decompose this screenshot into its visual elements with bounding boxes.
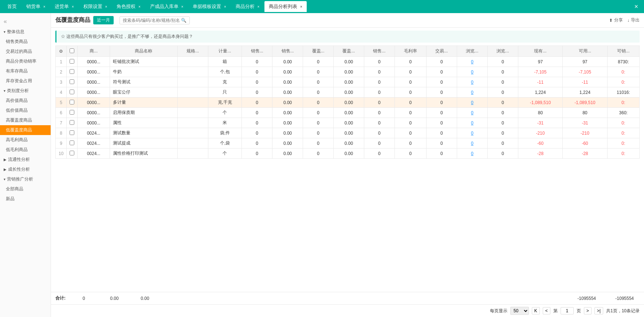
row-unit-4: 克,千克 — [208, 98, 242, 108]
row-browse-a-4[interactable]: 0 — [457, 98, 487, 108]
sidebar-item-high-value[interactable]: 高价值商品 — [0, 96, 51, 106]
row-cover-b-4: 0.00 — [333, 98, 364, 108]
row-checkbox-5[interactable] — [67, 108, 78, 118]
row-browse-a-3[interactable]: 0 — [457, 87, 487, 98]
nav-tab-purchase[interactable]: 进货单 × — [50, 1, 78, 12]
total-records-label: 共1页，10条记录 — [606, 308, 640, 314]
time-filter-button[interactable]: 近一月 — [93, 16, 114, 24]
row-sales-c-1: 0 — [364, 67, 394, 77]
next-page-button[interactable]: > — [584, 307, 592, 314]
table-row: 6 0000... 启用保质期 个 0 0.00 0 0.00 0 0 0 0 … — [56, 108, 640, 118]
row-settings-3[interactable]: 4 — [56, 87, 67, 98]
nav-tab-template[interactable]: 单据模板设置 × — [188, 1, 230, 12]
row-browse-a-5[interactable]: 0 — [457, 108, 487, 118]
sidebar-section-flow[interactable]: ▶ 流通性分析 — [0, 155, 51, 165]
content-area: 低覆盖度商品 近一月 🔍 ⬆ 分享 ↓ 导出 ☆ 这些商品只有很少客户购买过，是… — [51, 13, 644, 317]
row-sales-c-5: 0 — [364, 108, 394, 118]
sidebar-item-sales-goods[interactable]: 销售类商品 — [0, 37, 51, 47]
sidebar-item-low-margin[interactable]: 低毛利商品 — [0, 145, 51, 155]
sidebar-item-capital[interactable]: 库存资金占用 — [0, 76, 51, 86]
row-checkbox-7[interactable] — [67, 128, 78, 138]
nav-close-analysis[interactable]: × — [257, 5, 259, 9]
row-browse-b-3: 0 — [487, 87, 518, 98]
row-settings-4[interactable]: 5 — [56, 98, 67, 108]
row-checkbox-3[interactable] — [67, 87, 78, 98]
sidebar-item-low-coverage[interactable]: 低覆盖度商品 — [0, 125, 51, 135]
row-browse-a-1[interactable]: 0 — [457, 67, 487, 77]
sidebar-item-traded[interactable]: 交易过的商品 — [0, 47, 51, 56]
sidebar-section-overall[interactable]: ▾ 整体信息 — [0, 27, 51, 37]
row-name-7: 测试数量 — [110, 128, 177, 138]
row-sales-amt-4: 0.00 — [272, 98, 303, 108]
nav-tab-roles[interactable]: 角色授权 × — [112, 1, 145, 12]
row-browse-a-7[interactable]: 0 — [457, 128, 487, 138]
search-icon[interactable]: 🔍 — [181, 18, 186, 23]
nav-close-inventory[interactable]: × — [181, 5, 184, 9]
share-button[interactable]: ⬆ 分享 — [609, 17, 623, 23]
per-page-select[interactable]: 50 10 20 100 — [510, 307, 529, 315]
page-number-input[interactable] — [561, 307, 574, 314]
row-settings-5[interactable]: 6 — [56, 108, 67, 118]
row-settings-1[interactable]: 2 — [56, 67, 67, 77]
sidebar-collapse-button[interactable]: « — [4, 18, 7, 25]
sidebar-item-high-coverage[interactable]: 高覆盖度商品 — [0, 115, 51, 125]
row-cover-b-0: 0.00 — [333, 57, 364, 67]
row-settings-2[interactable]: 3 — [56, 77, 67, 87]
row-checkbox-0[interactable] — [67, 57, 78, 67]
nav-tab-home[interactable]: 首页 — [3, 1, 21, 12]
window-close-button[interactable]: × — [631, 3, 641, 11]
row-unit-7: 袋,件 — [208, 128, 242, 138]
export-button[interactable]: ↓ 导出 — [627, 17, 640, 23]
row-gross-rate-5: 0 — [394, 108, 426, 118]
row-browse-a-0[interactable]: 0 — [457, 57, 487, 67]
prev-page-button[interactable]: < — [543, 307, 550, 314]
row-browse-a-8[interactable]: 0 — [457, 138, 487, 148]
row-checkbox-9[interactable] — [67, 148, 78, 159]
nav-tab-analysis-list[interactable]: 商品分析列表 × — [264, 1, 306, 12]
nav-close-sales[interactable]: × — [43, 5, 46, 9]
row-settings-8[interactable]: 9 — [56, 138, 67, 148]
row-checkbox-1[interactable] — [67, 67, 78, 77]
nav-tab-analysis[interactable]: 商品分析 × — [231, 1, 264, 12]
row-checkbox-6[interactable] — [67, 118, 78, 128]
sidebar-section-growth[interactable]: ▶ 成长性分析 — [0, 165, 51, 174]
nav-close-analysis-list[interactable]: × — [300, 5, 302, 9]
row-sales-amt-8: 0.00 — [272, 138, 303, 148]
nav-tab-inventory[interactable]: 产成品入库单 × — [146, 1, 188, 12]
sidebar-item-in-stock[interactable]: 有库存商品 — [0, 66, 51, 76]
sidebar-item-all-goods[interactable]: 全部商品 — [0, 184, 51, 194]
export-icon: ↓ — [627, 18, 629, 23]
section-arrow-marketing: ▾ — [4, 177, 5, 181]
col-checkbox[interactable] — [67, 46, 78, 57]
nav-close-roles[interactable]: × — [138, 5, 141, 9]
sidebar-item-high-margin[interactable]: 高毛利商品 — [0, 135, 51, 145]
sidebar-section-marketing[interactable]: ▾ 营销推广分析 — [0, 174, 51, 184]
col-settings[interactable]: ⚙ — [56, 46, 67, 57]
nav-close-purchase[interactable]: × — [72, 5, 74, 9]
sidebar-section-category[interactable]: ▾ 类别度分析 — [0, 86, 51, 96]
sidebar-item-new-goods[interactable]: 新品 — [0, 194, 51, 204]
row-browse-a-6[interactable]: 0 — [457, 118, 487, 128]
nav-tab-permissions[interactable]: 权限设置 × — [79, 1, 111, 12]
search-box: 🔍 — [119, 16, 190, 24]
row-settings-6[interactable]: 7 — [56, 118, 67, 128]
sidebar-item-category-rate[interactable]: 商品分类动销率 — [0, 56, 51, 66]
last-page-button[interactable]: >| — [594, 307, 603, 314]
nav-close-permissions[interactable]: × — [105, 5, 107, 9]
row-browse-a-2[interactable]: 0 — [457, 77, 487, 87]
nav-tab-sales[interactable]: 销货单 × — [22, 1, 50, 12]
table-row: 5 0000... 多计量 克,千克 0 0.00 0 0.00 0 0 0 0… — [56, 98, 640, 108]
select-all-checkbox[interactable] — [70, 48, 74, 53]
nav-close-template[interactable]: × — [224, 5, 226, 9]
first-page-button[interactable]: K — [532, 307, 540, 314]
row-settings-0[interactable]: 1 — [56, 57, 67, 67]
row-settings-7[interactable]: 8 — [56, 128, 67, 138]
row-available-9: -28 — [563, 148, 607, 159]
sidebar-item-low-value[interactable]: 低价值商品 — [0, 106, 51, 115]
row-browse-a-9[interactable]: 0 — [457, 148, 487, 159]
row-settings-9[interactable]: 10 — [56, 148, 67, 159]
search-input[interactable] — [123, 18, 181, 23]
row-checkbox-8[interactable] — [67, 138, 78, 148]
row-checkbox-4[interactable] — [67, 98, 78, 108]
row-checkbox-2[interactable] — [67, 77, 78, 87]
